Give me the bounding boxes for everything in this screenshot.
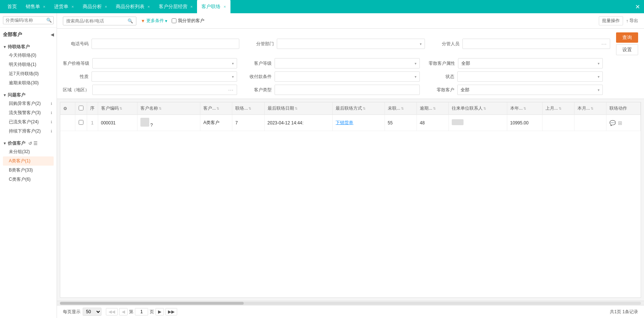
close-all-tabs-button[interactable]: ✕ <box>634 3 641 10</box>
batch-ops-button[interactable]: 批量操作 <box>599 16 623 25</box>
filter-status-select[interactable]: ▾ <box>457 71 603 82</box>
table-col-uncontacted[interactable]: 未联...⇅ <box>384 102 416 115</box>
filter-nature-select[interactable]: ▾ <box>92 71 237 82</box>
filter-customer-level-select[interactable]: ▾ <box>275 58 420 68</box>
nav-goods-analysis-close[interactable]: × <box>105 0 107 13</box>
query-button[interactable]: 查询 <box>616 32 638 43</box>
table-col-last-contact-method[interactable]: 最后联络方式⇅ <box>333 102 384 115</box>
filter-retail-customer-select[interactable]: 全部 ▾ <box>457 85 603 95</box>
horizontal-scrollbar[interactable] <box>57 301 644 305</box>
sidebar-search-icon[interactable]: 🔍 <box>46 18 52 23</box>
table-col-this-month[interactable]: 本月...⇅ <box>574 102 606 115</box>
filter-retail-attr: 零散客户属性 全部 ▾ <box>429 58 603 68</box>
sidebar-item-ungrouped[interactable]: 未分组(32) <box>3 147 54 156</box>
filter-dept-select[interactable]: ▾ <box>277 39 425 49</box>
scrollbar-track[interactable] <box>60 302 641 305</box>
info-icon-declining[interactable]: ℹ <box>51 129 52 133</box>
nav-sales[interactable]: 销售单 × <box>21 0 50 13</box>
filter-search-input[interactable] <box>66 18 128 24</box>
my-customer-filter[interactable]: 我分管的客户 <box>172 18 204 24</box>
info-icon-churn-warning[interactable]: ℹ <box>51 111 52 115</box>
nav-purchase-close[interactable]: × <box>71 0 74 13</box>
filter-phone-input[interactable] <box>92 39 239 49</box>
row-grid-icon[interactable]: ⊞ <box>618 120 622 126</box>
settings-button[interactable]: 设置 <box>616 44 638 55</box>
table-cell-checkbox[interactable] <box>75 115 87 131</box>
filter-price-level-select[interactable]: ▾ <box>92 58 237 68</box>
table-select-all-checkbox[interactable] <box>79 106 83 110</box>
nav-sales-close[interactable]: × <box>43 0 45 13</box>
sidebar-item-tomorrow-pending[interactable]: 明天待联络(1) <box>3 60 54 69</box>
sidebar-item-repurchase-abnormal[interactable]: 回购异常客户(2) ℹ <box>3 99 54 108</box>
nav-goods-analysis[interactable]: 商品分析 × <box>78 0 111 13</box>
table-col-overdue[interactable]: 逾期...⇅ <box>416 102 448 115</box>
table-settings-col[interactable]: ⚙ <box>60 102 75 115</box>
sidebar-item-class-c[interactable]: C类客户(6) <box>3 175 54 184</box>
first-page-button[interactable]: ◀◀ <box>106 308 118 315</box>
sidebar-item-today-pending[interactable]: 今天待联络(0) <box>3 51 54 60</box>
filter-row-2: 客户价格等级 ▾ 客户等级 ▾ 零散客户属性 <box>63 58 638 68</box>
sidebar-item-week-pending[interactable]: 近7天待联络(0) <box>3 69 54 78</box>
my-customer-checkbox[interactable] <box>172 18 176 23</box>
last-page-button[interactable]: ▶▶ <box>165 308 177 315</box>
sidebar-item-class-a[interactable]: A类客户(1) <box>3 156 54 166</box>
prev-page-button[interactable]: ◀ <box>119 308 128 315</box>
nav-customer-contact[interactable]: 客户联络 × <box>197 0 230 13</box>
sidebar-value-refresh[interactable]: ↺ <box>28 141 32 146</box>
nav-home[interactable]: 首页 <box>3 0 21 13</box>
table-col-code[interactable]: 客户编码⇅ <box>98 102 137 115</box>
sidebar-item-class-b[interactable]: B类客户(33) <box>3 166 54 175</box>
filter-retail-attr-select[interactable]: 全部 ▾ <box>458 58 603 68</box>
filter-retail-attr-value: 全部 <box>461 60 470 67</box>
next-page-button[interactable]: ▶ <box>155 308 164 315</box>
info-icon-churned[interactable]: ℹ <box>51 120 52 124</box>
table-settings-icon[interactable]: ⚙ <box>63 106 67 111</box>
page-number-input[interactable] <box>135 308 148 315</box>
page-size-select[interactable]: 20 50 100 200 <box>83 308 101 316</box>
filter-payment-select[interactable]: ▾ <box>275 71 420 82</box>
nav-goods-analysis-list[interactable]: 商品分析列表 × <box>111 0 154 13</box>
sort-ctype-icon: ⇅ <box>217 107 219 110</box>
sidebar-pending-contact-group[interactable]: ▼ 待联络客户 <box>3 42 54 51</box>
table-col-last-month[interactable]: 上月...⇅ <box>542 102 574 115</box>
sidebar-item-declining[interactable]: 持续下滑客户(2) ℹ <box>3 127 54 136</box>
table-cell-last-contact-method[interactable]: 下销货单 <box>333 115 384 131</box>
table-cell-customer-type: A类客户 <box>200 115 232 131</box>
row-checkbox[interactable] <box>79 120 83 125</box>
row-comment-icon[interactable]: 💬 <box>609 120 616 126</box>
filter-customer-type-input[interactable] <box>275 85 420 95</box>
last-contact-method-link[interactable]: 下销货单 <box>336 120 353 125</box>
nav-purchase[interactable]: 进货单 × <box>50 0 78 13</box>
filter-customer-level-arrow: ▾ <box>415 61 416 66</box>
table-col-this-year[interactable]: 本年...⇅ <box>507 102 542 115</box>
nav-customer-tier-close[interactable]: × <box>190 0 193 13</box>
sidebar-item-overdue-pending[interactable]: 逾期未联络(30) <box>3 78 54 88</box>
more-filters-button[interactable]: ▼ 更多条件 ▾ <box>141 18 167 24</box>
sidebar-problem-customers-group[interactable]: ▼ 问题客户 <box>3 91 54 99</box>
nav-customer-contact-close[interactable]: × <box>223 0 226 13</box>
sidebar-item-churn-warning[interactable]: 流失预警客户(3) ℹ <box>3 108 54 117</box>
table-cell-row-actions: 💬 ⊞ <box>606 115 640 131</box>
filter-customer-level: 客户等级 ▾ <box>246 58 420 68</box>
filter-search-icon[interactable]: 🔍 <box>128 18 133 24</box>
table-col-contact-person[interactable]: 往来单位联系人⇅ <box>449 102 507 115</box>
sidebar-collapse-icon[interactable]: ◀ <box>51 32 54 37</box>
table-col-customer-type[interactable]: 客户...⇅ <box>200 102 232 115</box>
table-col-last-contact-date[interactable]: 最后联络日期⇅ <box>264 102 333 115</box>
table-col-contact-count[interactable]: 联络...⇅ <box>232 102 264 115</box>
scrollbar-thumb[interactable] <box>60 302 244 305</box>
filter-person-input[interactable]: ··· <box>462 39 610 49</box>
filter-region-input[interactable]: ··· <box>92 85 237 95</box>
sidebar-item-churned[interactable]: 已流失客户(24) ℹ <box>3 117 54 127</box>
nav-customer-tier[interactable]: 客户分层经营 × <box>154 0 197 13</box>
export-button[interactable]: ↑ 导出 <box>626 18 638 24</box>
nav-goods-analysis-list-close[interactable]: × <box>147 0 150 13</box>
table-col-name[interactable]: 客户名称⇅ <box>137 102 200 115</box>
info-icon-repurchase[interactable]: ℹ <box>51 102 52 106</box>
sidebar-value-customers-group[interactable]: ▼ 价值客户 ↺ ☰ <box>3 139 54 147</box>
table-checkbox-col[interactable] <box>75 102 87 115</box>
filter-nature-label: 性质 <box>63 74 89 80</box>
sidebar-value-settings[interactable]: ☰ <box>33 141 37 146</box>
filter-search-box[interactable]: 🔍 <box>63 17 136 25</box>
sidebar-all-customers-header[interactable]: 全部客户 ◀ <box>3 30 54 39</box>
